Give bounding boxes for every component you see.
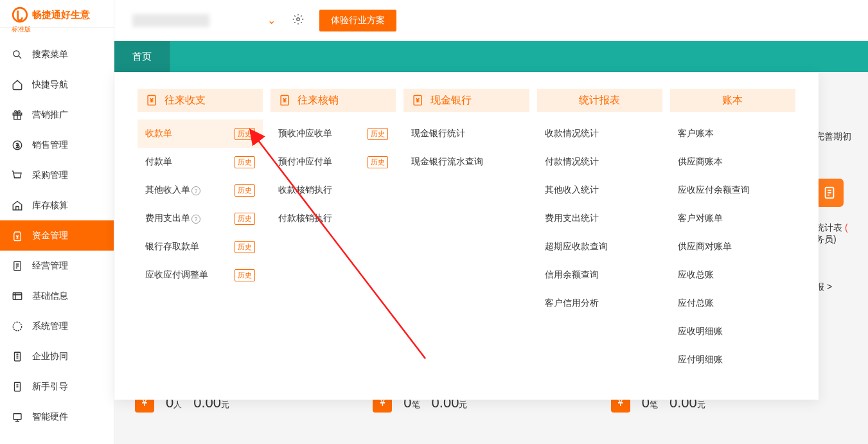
mega-menu: 往来收支收款单历史付款单历史其他收入单?历史费用支出单?历史银行存取款单历史应收… [114, 72, 819, 400]
mega-link[interactable]: 应收应付调整单历史 [137, 261, 263, 289]
mega-link[interactable]: 其他收入单?历史 [137, 176, 263, 204]
stat-unit: 笔 [650, 400, 658, 409]
mega-link[interactable]: 银行存取款单历史 [137, 233, 263, 261]
gear-icon[interactable] [292, 13, 304, 28]
nav-gift[interactable]: 营销推广 [0, 100, 114, 130]
nav-sale[interactable]: 销售管理 [0, 130, 114, 160]
mega-link[interactable]: 现金银行流水查询 [403, 148, 529, 176]
mega-link[interactable]: 收款情况统计 [537, 120, 662, 148]
mega-link[interactable]: 付款核销执行 [270, 204, 396, 233]
mega-link[interactable]: 现金银行统计 [403, 120, 529, 148]
nav-collab[interactable]: 企业协同 [0, 341, 114, 371]
nav-label: 搜索菜单 [32, 49, 68, 60]
mega-col-4: 账本客户账本供应商账本应收应付余额查询客户对账单供应商对账单应收总账应付总账应收… [666, 89, 799, 374]
mega-link-label: 预付冲应付单 [278, 156, 332, 168]
mega-link[interactable]: 客户信用分析 [537, 289, 662, 317]
mega-link[interactable]: 预收冲应收单历史 [270, 120, 396, 148]
company-selector[interactable]: ⌄ [127, 12, 281, 30]
nav-hardware[interactable]: 智能硬件 [0, 402, 114, 432]
mega-header: 往来核销 [270, 89, 396, 112]
mega-link[interactable]: 供应商对账单 [670, 233, 795, 261]
nav-cart[interactable]: 采购管理 [0, 160, 114, 190]
mega-link[interactable]: 预付冲应付单历史 [270, 148, 396, 176]
mega-link[interactable]: 其他收入统计 [537, 176, 662, 204]
mega-link[interactable]: 付款情况统计 [537, 148, 662, 176]
info-icon [12, 290, 23, 302]
mega-header: 现金银行 [403, 89, 529, 112]
cta-button[interactable]: 体验行业方案 [319, 10, 396, 31]
search-icon [12, 49, 23, 60]
mega-link[interactable]: 应收明细账 [670, 317, 795, 346]
mega-link-label: 收款情况统计 [545, 128, 599, 139]
nav-system[interactable]: 系统管理 [0, 311, 114, 341]
mega-link-label: 应收明细账 [678, 326, 723, 337]
mega-link[interactable]: 客户对账单 [670, 204, 795, 233]
home-icon [12, 79, 23, 91]
mega-link[interactable]: 超期应收款查询 [537, 233, 662, 261]
mega-col-2: 现金银行现金银行统计现金银行流水查询 [400, 89, 533, 374]
tab-home[interactable]: 首页 [114, 41, 170, 72]
nav-guide[interactable]: 新手引导 [0, 371, 114, 402]
brand-name: 畅捷通好生意 [32, 9, 90, 21]
help-icon[interactable]: ? [191, 186, 200, 195]
mega-link-label: 现金银行统计 [411, 128, 465, 139]
nav-home[interactable]: 快捷导航 [0, 69, 114, 100]
brand-logo-icon [12, 6, 28, 23]
nav-label: 营销推广 [32, 109, 68, 121]
nav-money[interactable]: 资金管理 [0, 220, 114, 251]
history-badge[interactable]: 历史 [235, 156, 255, 168]
tab-bar: 首页 [114, 41, 868, 72]
help-icon[interactable]: ? [191, 215, 200, 224]
mega-link[interactable]: 应付明细账 [670, 346, 795, 374]
system-icon [12, 321, 23, 332]
mega-link[interactable]: 应付总账 [670, 289, 795, 317]
mega-link[interactable]: 收款单历史 [137, 120, 263, 148]
mega-link[interactable]: 供应商账本 [670, 148, 795, 176]
mega-link-label: 信用余额查询 [545, 269, 599, 281]
mega-link-label: 客户对账单 [678, 213, 723, 224]
mega-link[interactable]: 付款单历史 [137, 148, 263, 176]
history-badge[interactable]: 历史 [235, 128, 255, 140]
mega-link[interactable]: 应收总账 [670, 261, 795, 289]
history-badge[interactable]: 历史 [235, 213, 255, 225]
nav-info[interactable]: 基础信息 [0, 281, 114, 311]
mega-link[interactable]: 费用支出统计 [537, 204, 662, 233]
stock-icon [12, 200, 23, 211]
nav-label: 库存核算 [32, 200, 68, 211]
money-icon [12, 230, 23, 242]
mega-col-3: 统计报表收款情况统计付款情况统计其他收入统计费用支出统计超期应收款查询信用余额查… [533, 89, 666, 374]
mega-col-0: 往来收支收款单历史付款单历史其他收入单?历史费用支出单?历史银行存取款单历史应收… [134, 89, 267, 374]
svg-rect-10 [13, 413, 21, 419]
mega-link-label: 其他收入单? [145, 184, 200, 196]
mega-link[interactable]: 收款核销执行 [270, 176, 396, 204]
report-icon [815, 179, 844, 207]
mega-link-label: 费用支出单? [145, 213, 200, 224]
right-hint-3[interactable]: 报 > [810, 256, 868, 303]
mega-link[interactable]: 应收应付余额查询 [670, 176, 795, 204]
cart-icon [12, 170, 23, 181]
nav-label: 采购管理 [32, 170, 68, 181]
svg-point-11 [297, 17, 300, 21]
history-badge[interactable]: 历史 [235, 269, 255, 281]
mega-link[interactable]: 费用支出单?历史 [137, 204, 263, 233]
history-badge[interactable]: 历史 [235, 241, 255, 253]
svg-rect-6 [13, 292, 22, 299]
history-badge[interactable]: 历史 [368, 128, 388, 140]
nav-label: 经营管理 [32, 260, 68, 272]
mega-link-label: 银行存取款单 [145, 241, 199, 253]
history-badge[interactable]: 历史 [235, 184, 255, 197]
nav-label: 快捷导航 [32, 79, 68, 91]
sale-icon [12, 139, 23, 151]
mega-link[interactable]: 信用余额查询 [537, 261, 662, 289]
mega-link-label: 预收冲应收单 [278, 128, 332, 139]
mega-link-label: 供应商账本 [678, 156, 723, 168]
nav-search[interactable]: 搜索菜单 [0, 39, 114, 69]
guide-icon [12, 381, 23, 393]
history-badge[interactable]: 历史 [368, 156, 388, 168]
right-widget-icon[interactable] [810, 153, 868, 222]
nav-biz[interactable]: 经营管理 [0, 251, 114, 281]
stat-amount-unit: 元 [697, 400, 705, 409]
nav-stock[interactable]: 库存核算 [0, 190, 114, 220]
nav-list: 搜索菜单快捷导航营销推广销售管理采购管理库存核算资金管理经营管理基础信息系统管理… [0, 38, 114, 432]
mega-link[interactable]: 客户账本 [670, 120, 795, 148]
